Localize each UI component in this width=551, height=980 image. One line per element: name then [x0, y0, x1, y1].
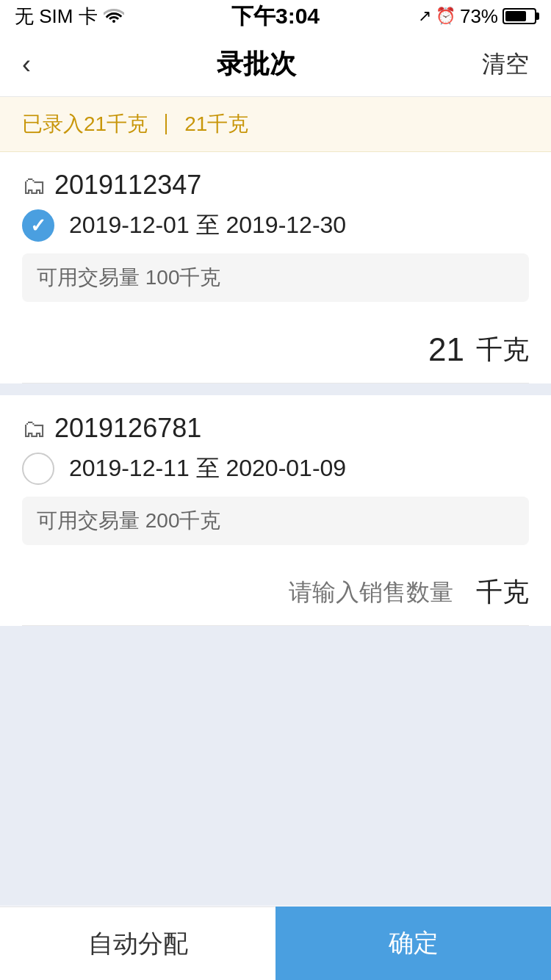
section-divider-1 — [0, 383, 551, 395]
batch-radio-2[interactable] — [22, 453, 54, 485]
batch-item-1: 🗂 2019112347 2019-12-01 至 2019-12-30 可用交… — [0, 152, 551, 383]
batch-doc-icon-2: 🗂 — [22, 414, 47, 443]
status-time: 下午3:04 — [231, 1, 320, 32]
info-bar: 已录入21千克 21千克 — [0, 97, 551, 152]
recorded-info-value: 21千克 — [184, 110, 248, 138]
quantity-unit-1: 千克 — [476, 332, 529, 368]
batch-item-2: 🗂 2019126781 2019-12-11 至 2020-01-09 可用交… — [0, 395, 551, 626]
batch-header-1: 🗂 2019112347 — [22, 170, 529, 201]
carrier-label: 无 SIM 卡 — [15, 4, 98, 29]
back-button[interactable]: ‹ — [22, 49, 31, 80]
battery-percent: 73% — [460, 5, 498, 28]
auto-distribute-button[interactable]: 自动分配 — [0, 907, 276, 980]
batch-doc-icon-1: 🗂 — [22, 171, 47, 200]
content-wrapper: 🗂 2019112347 2019-12-01 至 2019-12-30 可用交… — [0, 152, 551, 979]
batch-number-2: 2019126781 — [54, 413, 201, 444]
battery-icon — [503, 8, 536, 24]
clear-button[interactable]: 清空 — [482, 48, 529, 81]
quantity-row-1: 21 千克 — [22, 317, 529, 383]
batch-radio-1[interactable] — [22, 209, 54, 242]
input-row-2: 千克 — [22, 560, 529, 626]
alarm-icon: ⏰ — [436, 7, 455, 26]
available-qty-2: 可用交易量 200千克 — [22, 497, 529, 545]
recorded-info-label: 已录入21千克 — [22, 110, 148, 138]
status-right: ↗ ⏰ 73% — [418, 5, 536, 28]
bottom-empty-area — [0, 626, 551, 905]
sales-quantity-input-2[interactable] — [244, 579, 464, 606]
footer: 自动分配 确定 — [0, 907, 551, 980]
location-icon: ↗ — [418, 7, 431, 26]
status-bar: 无 SIM 卡 下午3:04 ↗ ⏰ 73% — [0, 0, 551, 32]
nav-bar: ‹ 录批次 清空 — [0, 32, 551, 97]
status-left: 无 SIM 卡 — [15, 4, 124, 29]
confirm-button[interactable]: 确定 — [276, 907, 551, 980]
info-divider — [165, 114, 167, 134]
batch-number-1: 2019112347 — [54, 170, 201, 201]
batch-date-row-1: 2019-12-01 至 2019-12-30 — [22, 209, 529, 242]
batch-date-1: 2019-12-01 至 2019-12-30 — [69, 209, 346, 242]
wifi-icon — [104, 5, 124, 28]
available-qty-1: 可用交易量 100千克 — [22, 253, 529, 302]
batch-header-2: 🗂 2019126781 — [22, 413, 529, 444]
batch-date-row-2: 2019-12-11 至 2020-01-09 — [22, 453, 529, 485]
sales-unit-2: 千克 — [476, 574, 529, 610]
batch-date-2: 2019-12-11 至 2020-01-09 — [69, 453, 346, 485]
quantity-value-1: 21 — [428, 331, 464, 368]
page-title: 录批次 — [217, 46, 296, 82]
